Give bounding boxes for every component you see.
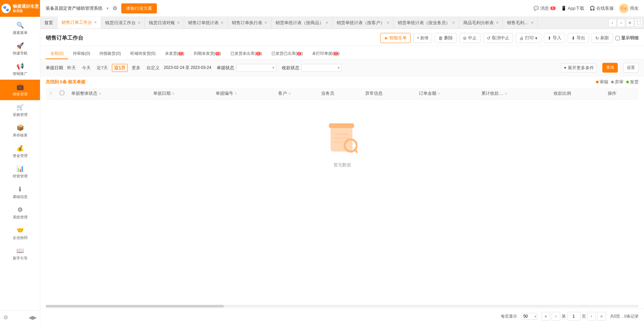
per-page-select[interactable]: 50 10 20 100 bbox=[521, 313, 538, 320]
import-btn[interactable]: ⬆ 导入 bbox=[544, 33, 565, 43]
message-item[interactable]: 💬 消息 6 bbox=[533, 5, 556, 11]
expand-btn[interactable]: ▾ 展开更多条件 bbox=[561, 64, 597, 72]
page-first-btn[interactable]: « bbox=[542, 312, 550, 321]
sub-tab-8[interactable]: 未打印单据(0) bbox=[307, 49, 344, 59]
sidebar-item-7[interactable]: 📊 经营管理 bbox=[0, 162, 40, 182]
add-btn[interactable]: + 新增 bbox=[413, 33, 432, 43]
sidebar-item-0[interactable]: 🔍 搜索菜单 bbox=[0, 18, 40, 39]
tab-6[interactable]: 销货单统计表（按商品）✕ bbox=[271, 17, 333, 29]
tab-close-10[interactable]: ✕ bbox=[531, 21, 533, 25]
industry-btn[interactable]: 体验行业方案 bbox=[121, 3, 157, 13]
sort-icon-0[interactable]: ⇅ bbox=[99, 92, 101, 95]
page-next-btn[interactable]: › bbox=[587, 312, 596, 321]
tab-close-2[interactable]: ✕ bbox=[138, 21, 140, 25]
sub-tab-7[interactable]: 已发货已出库(0) bbox=[267, 49, 308, 59]
tab-close-3[interactable]: ✕ bbox=[177, 21, 180, 25]
tabs-maximize[interactable]: ⛶ bbox=[635, 19, 643, 27]
sort-icon-6[interactable]: ⇅ bbox=[438, 92, 440, 95]
sub-tab-2[interactable]: 待拣验货(0) bbox=[95, 49, 125, 59]
sub-tab-6[interactable]: 已发货未出库(0) bbox=[226, 49, 267, 59]
tabs-scroll-right[interactable]: › bbox=[617, 19, 625, 27]
sidebar-item-4[interactable]: 🛒 采购管理 bbox=[0, 100, 40, 121]
date-option-近7天[interactable]: 近7天 bbox=[95, 64, 110, 72]
sidebar-item-8[interactable]: ℹ 基础信息 bbox=[0, 182, 40, 203]
sidebar-item-5[interactable]: 📦 库存核算 bbox=[0, 121, 40, 141]
status-select[interactable] bbox=[236, 64, 276, 72]
tab-close-8[interactable]: ✕ bbox=[452, 21, 455, 25]
sort-icon-7[interactable]: ⇅ bbox=[505, 92, 507, 95]
sort-icon-3[interactable]: ⇅ bbox=[288, 92, 291, 95]
stop-btn[interactable]: ⊘ 中止 bbox=[459, 33, 480, 43]
avatar: Ea bbox=[619, 4, 629, 13]
tab-close-5[interactable]: ✕ bbox=[264, 21, 267, 25]
tab-4[interactable]: 销售订单统计表✕ bbox=[184, 17, 228, 29]
sidebar-item-2[interactable]: 📢 营销推广 bbox=[0, 59, 40, 80]
tab-1[interactable]: 销售订单工作台✕ bbox=[57, 17, 101, 29]
query-btn[interactable]: 查询 bbox=[602, 63, 618, 73]
service-item[interactable]: 🎧 在线客服 bbox=[590, 5, 614, 11]
tab-5[interactable]: 销售订单执行表✕ bbox=[228, 17, 271, 29]
scrollbar-thumb[interactable] bbox=[46, 305, 224, 308]
system-title-arrow[interactable]: ▾ bbox=[106, 6, 109, 11]
payment-select[interactable] bbox=[301, 64, 342, 72]
tabs-scroll-left[interactable]: ‹ bbox=[608, 19, 616, 27]
tab-9[interactable]: 商品毛利分析表✕ bbox=[459, 17, 503, 29]
sort-icon-1[interactable]: ⇅ bbox=[172, 92, 174, 95]
show-detail-label[interactable]: 显示明细 bbox=[615, 35, 639, 41]
tab-close-6[interactable]: ✕ bbox=[326, 21, 328, 25]
sub-tab-1[interactable]: 待审核(0) bbox=[68, 49, 95, 59]
ship-action-btn[interactable]: 发货 bbox=[626, 79, 639, 85]
sidebar-item-1[interactable]: 🚀 快捷导航 bbox=[0, 39, 40, 59]
smart-btn[interactable]: ★ 智能生单 bbox=[380, 33, 411, 43]
export-btn[interactable]: ⬇ 导出 bbox=[568, 33, 589, 43]
tab-close-9[interactable]: ✕ bbox=[496, 21, 499, 25]
app-download-item[interactable]: 📱 App下载 bbox=[561, 5, 584, 11]
tab-10[interactable]: 销售毛利…✕ bbox=[503, 17, 538, 29]
user-item[interactable]: Ea 用友 bbox=[619, 4, 639, 13]
refresh-btn[interactable]: ↻ 刷新 bbox=[592, 33, 613, 43]
tab-3[interactable]: 钱货日清对账✕ bbox=[145, 17, 184, 29]
tab-2[interactable]: 钱货日清工作台✕ bbox=[101, 17, 145, 29]
delete-btn[interactable]: 🗑 删除 bbox=[435, 33, 457, 43]
cancel-audit-action-btn[interactable]: 弃审 bbox=[611, 79, 624, 85]
date-option-昨天[interactable]: 昨天 bbox=[65, 64, 78, 72]
settings-icon[interactable]: ⚙ bbox=[3, 314, 8, 321]
check-all[interactable] bbox=[60, 91, 64, 95]
logo-name: 畅捷通好生意 bbox=[13, 4, 39, 9]
tabs-bar: 首页销售订单工作台✕钱货日清工作台✕钱货日清对账✕销售订单统计表✕销售订单执行表… bbox=[40, 17, 644, 29]
tab-close-1[interactable]: ✕ bbox=[94, 21, 97, 24]
filter-settings-btn[interactable]: 设置 bbox=[623, 63, 639, 73]
show-detail-checkbox[interactable] bbox=[615, 36, 620, 40]
sidebar-item-3[interactable]: 💼 销售管理 bbox=[0, 80, 40, 100]
page-prev-btn[interactable]: ‹ bbox=[552, 312, 560, 321]
date-option-近1月[interactable]: 近1月 bbox=[112, 64, 128, 72]
print-btn[interactable]: 🖨 打印 ▾ bbox=[516, 33, 541, 43]
audit-action-btn[interactable]: 审核 bbox=[596, 79, 608, 85]
date-option-自定义[interactable]: 自定义 bbox=[144, 64, 162, 72]
tab-close-7[interactable]: ✕ bbox=[387, 21, 389, 25]
date-option-更多[interactable]: 更多 bbox=[130, 64, 142, 72]
cancel-stop-btn[interactable]: ↺ 取消中止 bbox=[483, 33, 513, 43]
sidebar-item-11[interactable]: 📖 新手引导 bbox=[0, 244, 40, 264]
sidebar-item-9[interactable]: ⚙ 系统管理 bbox=[0, 203, 40, 223]
sub-tab-5[interactable]: 到期未发货(0) bbox=[189, 49, 226, 59]
date-option-今天[interactable]: 今天 bbox=[80, 64, 93, 72]
tab-8[interactable]: 销货单统计表（按业务员）✕ bbox=[394, 17, 459, 29]
collapse-icon[interactable]: ◀▶ bbox=[29, 314, 37, 321]
tabs-close-all[interactable]: ✕ bbox=[626, 19, 634, 27]
tab-0[interactable]: 首页 bbox=[40, 17, 57, 29]
topbar-settings-icon[interactable]: ⚙ bbox=[113, 5, 117, 11]
table-check-all-col[interactable] bbox=[56, 88, 68, 99]
sub-tab-0[interactable]: 全部(0) bbox=[46, 49, 68, 59]
sidebar-item-10[interactable]: 🤝 企业协同 bbox=[0, 223, 40, 244]
sidebar-item-6[interactable]: 💰 资金管理 bbox=[0, 141, 40, 162]
tab-7[interactable]: 销货单统计表（按客户）✕ bbox=[333, 17, 394, 29]
sidebar-icon-3: 💼 bbox=[16, 83, 24, 90]
sub-tab-4[interactable]: 未发货(0) bbox=[160, 49, 189, 59]
tab-close-4[interactable]: ✕ bbox=[221, 21, 223, 25]
page-input[interactable]: 1 bbox=[567, 312, 581, 321]
page-last-btn[interactable]: » bbox=[597, 312, 606, 321]
sort-icon-2[interactable]: ⇅ bbox=[234, 92, 237, 95]
page-footer: 每页显示 50 10 20 100 ▾ « ‹ 第 1 页 › » 共0页，0条… bbox=[40, 308, 644, 324]
sub-tab-3[interactable]: 旺铺待发货(0) bbox=[126, 49, 160, 59]
